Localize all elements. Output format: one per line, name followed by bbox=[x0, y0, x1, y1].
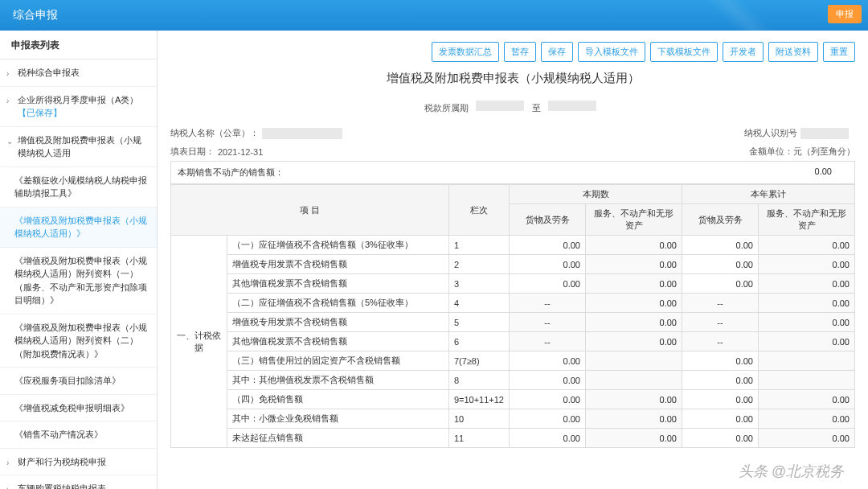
cell-value[interactable]: 0.00 bbox=[586, 390, 682, 409]
cell-value: -- bbox=[682, 313, 759, 332]
cell-value[interactable]: 0.00 bbox=[682, 409, 759, 429]
th-goods1: 货物及劳务 bbox=[510, 204, 586, 236]
cell-col: 4 bbox=[448, 294, 509, 313]
sidebar-item-attach2[interactable]: 《增值税及附加税费申报表（小规模纳税人适用）附列资料（二）（附加税费情况表）》 bbox=[0, 314, 157, 368]
sidebar-item-label: 车辆购置税纳税申报表 bbox=[18, 483, 106, 489]
cell-col: 5 bbox=[448, 313, 509, 332]
cell-value[interactable]: 0.00 bbox=[586, 429, 682, 448]
download-template-button[interactable]: 下载模板文件 bbox=[650, 42, 718, 62]
sidebar-item-attach1[interactable]: 《增值税及附加税费申报表（小规模纳税人适用）附列资料（一）（服务、不动产和无形资… bbox=[0, 248, 157, 314]
cell-value[interactable]: 0.00 bbox=[759, 236, 855, 255]
sidebar-item-diff-tool[interactable]: 《差额征收小规模纳税人纳税申报辅助填报工具》 bbox=[0, 167, 157, 208]
cell-value[interactable]: 0.00 bbox=[759, 332, 855, 351]
chevron-right-icon: › bbox=[6, 483, 9, 489]
sidebar-item-exempt[interactable]: 《增值税减免税申报明细表》 bbox=[0, 395, 157, 422]
cell-value: -- bbox=[682, 294, 759, 313]
cell-value[interactable]: 0.00 bbox=[759, 255, 855, 274]
property-sale-value[interactable]: 0.00 bbox=[290, 166, 848, 179]
cell-value[interactable]: 0.00 bbox=[759, 409, 855, 429]
table-row: （四）免税销售额9=10+11+120.000.000.000.00 bbox=[171, 390, 855, 409]
cell-value[interactable]: 0.00 bbox=[682, 371, 759, 390]
cell-value[interactable]: 0.00 bbox=[759, 429, 855, 448]
chevron-down-icon: ⌄ bbox=[6, 135, 13, 147]
sidebar-item-vehicle-tax[interactable]: › 车辆购置税纳税申报表 bbox=[0, 475, 157, 489]
sidebar-item-vat-main[interactable]: 《增值税及附加税费申报表（小规模纳税人适用）》 bbox=[0, 208, 157, 248]
cell-value[interactable]: 0.00 bbox=[682, 390, 759, 409]
cell-value[interactable]: 0.00 bbox=[510, 429, 586, 448]
cell-value[interactable]: 0.00 bbox=[759, 390, 855, 409]
cell-value[interactable]: 0.00 bbox=[759, 294, 855, 313]
save-button[interactable]: 保存 bbox=[541, 42, 573, 62]
th-item: 项 目 bbox=[171, 185, 449, 236]
cell-col: 1 bbox=[448, 236, 509, 255]
reset-button[interactable]: 重置 bbox=[823, 42, 855, 62]
import-template-button[interactable]: 导入模板文件 bbox=[578, 42, 645, 62]
sidebar-item-property-tax[interactable]: › 财产和行为税纳税申报 bbox=[0, 449, 157, 476]
cell-item: 增值税专用发票不含税销售额 bbox=[227, 255, 449, 274]
cell-value bbox=[586, 371, 682, 390]
cell-value[interactable]: 0.00 bbox=[586, 313, 682, 332]
to-label: 至 bbox=[532, 103, 541, 113]
cell-col: 2 bbox=[448, 255, 509, 274]
cell-value[interactable]: 0.00 bbox=[586, 332, 682, 351]
sidebar-item-property-sale[interactable]: 《销售不动产情况表》 bbox=[0, 421, 157, 449]
cell-item: 其他增值税发票不含税销售额 bbox=[227, 332, 449, 351]
cell-value[interactable]: 0.00 bbox=[682, 255, 759, 274]
declare-button[interactable]: 申报 bbox=[828, 5, 862, 23]
th-year: 本年累计 bbox=[682, 185, 855, 204]
property-sale-row: 本期销售不动产的销售额： 0.00 bbox=[170, 161, 855, 184]
taxpayer-id-label: 纳税人识别号 bbox=[744, 127, 797, 139]
cell-value[interactable]: 0.00 bbox=[510, 236, 586, 255]
cell-value[interactable]: 0.00 bbox=[759, 313, 855, 332]
taxpayer-id-blank bbox=[800, 128, 849, 139]
table-row: 其他增值税发票不含税销售额6--0.00--0.00 bbox=[171, 332, 855, 351]
tax-period-label: 税款所属期 bbox=[424, 103, 469, 113]
sidebar-item-label: 企业所得税月季度申报（A类） bbox=[18, 95, 138, 105]
sidebar-item-vat[interactable]: ⌄ 增值税及附加税费申报表（小规模纳税人适用 bbox=[0, 127, 157, 167]
cell-value[interactable]: 0.00 bbox=[759, 274, 855, 294]
cell-value[interactable]: 0.00 bbox=[510, 274, 586, 294]
cell-value[interactable]: 0.00 bbox=[586, 294, 682, 313]
tax-table: 项 目 栏次 本期数 本年累计 货物及劳务 服务、不动产和无形资产 货物及劳务 … bbox=[170, 184, 855, 448]
invoice-summary-button[interactable]: 发票数据汇总 bbox=[432, 42, 499, 62]
cell-value[interactable]: 0.00 bbox=[510, 371, 586, 390]
stage-button[interactable]: 暂存 bbox=[504, 42, 536, 62]
unit-label: 金额单位：元（列至角分） bbox=[749, 146, 855, 158]
sidebar-item-label: 《差额征收小规模纳税人纳税申报辅助填报工具》 bbox=[14, 175, 147, 199]
chevron-right-icon: › bbox=[6, 95, 9, 107]
sidebar-title: 申报表列表 bbox=[0, 31, 157, 60]
th-goods2: 货物及劳务 bbox=[682, 204, 759, 236]
cell-value[interactable]: 0.00 bbox=[586, 255, 682, 274]
table-row: 未达起征点销售额110.000.000.000.00 bbox=[171, 429, 855, 448]
cell-col: 8 bbox=[448, 371, 509, 390]
cell-value[interactable]: 0.00 bbox=[510, 351, 586, 371]
cell-col: 7(7≥8) bbox=[448, 351, 509, 371]
sidebar-item-tax-type[interactable]: › 税种综合申报表 bbox=[0, 60, 157, 87]
attachment-button[interactable]: 附送资料 bbox=[768, 42, 818, 62]
sidebar-item-deduct[interactable]: 《应税服务项目扣除清单》 bbox=[0, 368, 157, 395]
cell-value[interactable]: 0.00 bbox=[510, 390, 586, 409]
cell-value[interactable]: 0.00 bbox=[510, 409, 586, 429]
sidebar-item-label: 财产和行为税纳税申报 bbox=[18, 457, 106, 466]
cell-value[interactable]: 0.00 bbox=[682, 274, 759, 294]
cell-value[interactable]: 0.00 bbox=[682, 236, 759, 255]
cell-value bbox=[586, 351, 682, 371]
sidebar-item-corp-tax[interactable]: › 企业所得税月季度申报（A类） 【已保存】 bbox=[0, 87, 157, 127]
cell-value[interactable]: 0.00 bbox=[682, 351, 759, 371]
table-row: （二）应征增值税不含税销售额（5%征收率）4--0.00--0.00 bbox=[171, 294, 855, 313]
cell-item: 其他增值税发票不含税销售额 bbox=[227, 274, 449, 294]
header-decoration bbox=[659, 0, 820, 31]
cell-value[interactable]: 0.00 bbox=[510, 255, 586, 274]
sidebar-item-label: 增值税及附加税费申报表（小规模纳税人适用 bbox=[18, 135, 141, 158]
cell-item: 其中：小微企业免税销售额 bbox=[227, 409, 449, 429]
cell-value[interactable]: 0.00 bbox=[586, 409, 682, 429]
cell-value[interactable]: 0.00 bbox=[682, 429, 759, 448]
row-group-label: 一、计税依据 bbox=[171, 236, 227, 448]
table-row: 增值税专用发票不含税销售额5--0.00--0.00 bbox=[171, 313, 855, 332]
sidebar-item-label: 《增值税及附加税费申报表（小规模纳税人适用）附列资料（二）（附加税费情况表）》 bbox=[14, 323, 147, 359]
cell-item: 未达起征点销售额 bbox=[227, 429, 449, 448]
cell-value[interactable]: 0.00 bbox=[586, 236, 682, 255]
toolbar: 发票数据汇总 暂存 保存 导入模板文件 下载模板文件 开发者 附送资料 重置 bbox=[432, 42, 855, 62]
cell-value[interactable]: 0.00 bbox=[586, 274, 682, 294]
developer-button[interactable]: 开发者 bbox=[723, 42, 764, 62]
